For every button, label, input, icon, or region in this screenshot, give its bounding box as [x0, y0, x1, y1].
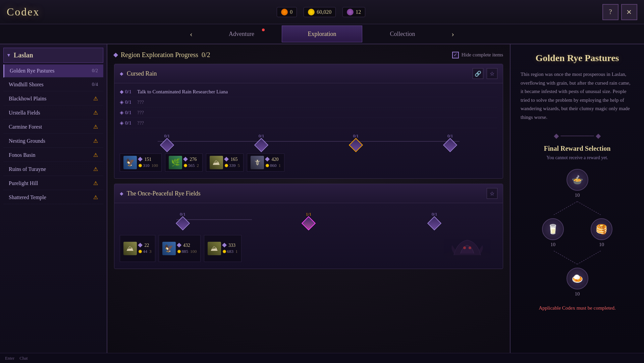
reward-node-left: 🥛 10: [542, 218, 564, 247]
gold-value: 60,020: [317, 9, 331, 15]
task-row: ◆ 0/1 Talk to Contaminated Rain Research…: [120, 87, 497, 97]
task-row: ◈ 0/1 ???: [120, 107, 497, 118]
quest-title: ◆ The Once-Peaceful Rye Fields: [120, 190, 201, 197]
region-header[interactable]: ▼ Laslan: [3, 48, 103, 63]
final-reward-desc: You cannot receive a reward yet.: [521, 155, 634, 161]
tab-exploration[interactable]: Exploration: [282, 26, 362, 42]
tab-adventure[interactable]: Adventure: [201, 26, 282, 42]
reward-tree: 🍲 10 🥛 10 🥞 10: [521, 169, 634, 297]
reward-group: 🗡 420 860 1: [247, 153, 284, 172]
reward-amount: 151: [139, 157, 158, 162]
tab-collection[interactable]: Collection: [362, 26, 443, 42]
quest-actions: 🔗 ☆: [473, 68, 497, 79]
status-bar: Enter Chat: [0, 353, 644, 363]
milestone-row: 0/1 1/1 0/1: [120, 207, 497, 228]
milestone-item: 0/1: [403, 133, 498, 150]
reward-count: 10: [599, 242, 604, 247]
reward-group: ⛰ 333 683 1: [204, 235, 241, 262]
orange-icon: [281, 9, 288, 15]
sidebar-item-purelight[interactable]: Purelight Hill ⚠: [3, 177, 103, 190]
area-description: This region was once the most prosperous…: [521, 70, 634, 122]
hide-complete-toggle[interactable]: ✓ Hide complete items: [452, 52, 503, 58]
warning-icon: ⚠: [93, 194, 98, 200]
sidebar-item-golden-rye[interactable]: Golden Rye Pastures 0/2: [3, 64, 103, 78]
quest-link-button[interactable]: 🔗: [473, 68, 483, 79]
area-title: Golden Rye Pastures: [521, 53, 634, 63]
quest-diamond-icon: ◆: [120, 191, 123, 196]
reward-count: 10: [575, 192, 580, 198]
sidebar-item-carmine[interactable]: Carmine Forest ⚠: [3, 120, 103, 134]
milestone-line: [176, 219, 252, 220]
sidebar-item-blackhowl[interactable]: Blackhowl Plains ⚠: [3, 92, 103, 105]
main-content: ▼ Laslan Golden Rye Pastures 0/2 Windhil…: [0, 44, 644, 353]
orange-value: 0: [290, 9, 292, 15]
adventure-dot: [262, 29, 265, 31]
quest-actions: ☆: [487, 188, 497, 199]
svg-line-6: [577, 251, 601, 264]
sidebar: ▼ Laslan Golden Rye Pastures 0/2 Windhil…: [0, 44, 107, 353]
reward-dish[interactable]: 🥞: [591, 218, 612, 240]
app-title: Codex: [7, 6, 40, 18]
milestone-row: 0/1 0/1 0/1 0/1: [120, 128, 497, 150]
milestone-item: 0/1: [120, 133, 214, 150]
reward-count: 10: [550, 242, 555, 247]
warning-icon: ⚠: [93, 95, 98, 102]
milestone-item: 0/1: [309, 133, 403, 150]
reward-group: ⛰ 22 44 3: [120, 235, 155, 262]
status-chat: Chat: [19, 356, 28, 361]
hide-complete-checkbox[interactable]: ✓: [452, 52, 459, 58]
currency-bar: 0 60,020 12: [277, 7, 365, 17]
right-panel: Golden Rye Pastures This region was once…: [510, 44, 644, 353]
chevron-down-icon: ▼: [6, 53, 11, 58]
nav-left-arrow[interactable]: ‹: [181, 26, 201, 42]
sidebar-item-nesting[interactable]: Nesting Grounds ⚠: [3, 134, 103, 148]
task-mystery: ???: [137, 120, 144, 126]
region-name: Laslan: [14, 51, 33, 59]
reward-tree-middle-row: 🥛 10 🥞 10: [542, 218, 612, 247]
milestone-item: 1/1: [246, 212, 371, 228]
quest-cursed-rain: ◆ Cursed Rain 🔗 ☆ ◆ 0/1 Talk to Contamin…: [114, 64, 503, 179]
sidebar-item-ruins[interactable]: Ruins of Turayne ⚠: [3, 163, 103, 176]
task-progress: ◈ 0/1: [120, 99, 133, 105]
monster-image: [437, 235, 497, 262]
milestone-item: 0/1: [372, 212, 497, 228]
quest-title: ◆ Cursed Rain: [120, 70, 157, 77]
sidebar-item-windhill[interactable]: Windhill Shores 0/4: [3, 78, 103, 91]
quest-body: ◆ 0/1 Talk to Contaminated Rain Research…: [114, 83, 503, 178]
svg-line-3: [554, 201, 577, 215]
task-row: ◈ 0/1 ???: [120, 97, 497, 107]
reward-dish[interactable]: 🥛: [542, 218, 564, 240]
quest-diamond-icon: ◆: [120, 71, 123, 77]
quest-star-button[interactable]: ☆: [487, 68, 497, 79]
divider: ◆ ─────── ◆: [521, 132, 634, 140]
applicable-note: Applicable Codex must be completed.: [521, 305, 634, 311]
reward-dish[interactable]: 🍲: [567, 169, 588, 191]
purple-icon: [347, 9, 354, 15]
svg-point-2: [469, 246, 471, 249]
sidebar-item-fonos[interactable]: Fonos Basin ⚠: [3, 148, 103, 162]
warning-icon: ⚠: [93, 166, 98, 172]
task-row: ◈ 0/1 ???: [120, 118, 497, 128]
help-button[interactable]: ?: [602, 4, 619, 20]
quest-star-button[interactable]: ☆: [487, 188, 497, 199]
reward-dish[interactable]: 🍛: [567, 268, 588, 289]
diamond-icon: [113, 52, 118, 57]
sidebar-item-shattered[interactable]: Shattered Temple ⚠: [3, 191, 103, 204]
currency-gold: 60,020: [304, 7, 336, 17]
task-mystery: ???: [137, 110, 144, 116]
reward-group: 🦅 151 310 100: [120, 153, 162, 172]
reward-group: 🦅 432 885 100: [159, 235, 201, 262]
reward-node-top: 🍲 10: [567, 169, 588, 198]
nav-right-arrow[interactable]: ›: [443, 26, 463, 42]
sidebar-item-urstella[interactable]: Urstella Fields ⚠: [3, 106, 103, 120]
rewards-row: 🦅 151 310 100: [120, 150, 497, 175]
reward-group: ⛰ 165 339 5: [206, 153, 244, 172]
reward-group: 🌿 276 565 2: [165, 153, 203, 172]
close-button[interactable]: ✕: [621, 4, 637, 20]
progress-header: Region Exploration Progress 0/2 ✓ Hide c…: [114, 51, 503, 59]
status-enter: Enter: [5, 356, 14, 361]
rewards-row: ⛰ 22 44 3: [120, 232, 497, 265]
milestone-item: 0/1: [214, 133, 309, 150]
task-progress: ◈ 0/1: [120, 109, 133, 116]
currency-purple: 12: [342, 7, 365, 17]
